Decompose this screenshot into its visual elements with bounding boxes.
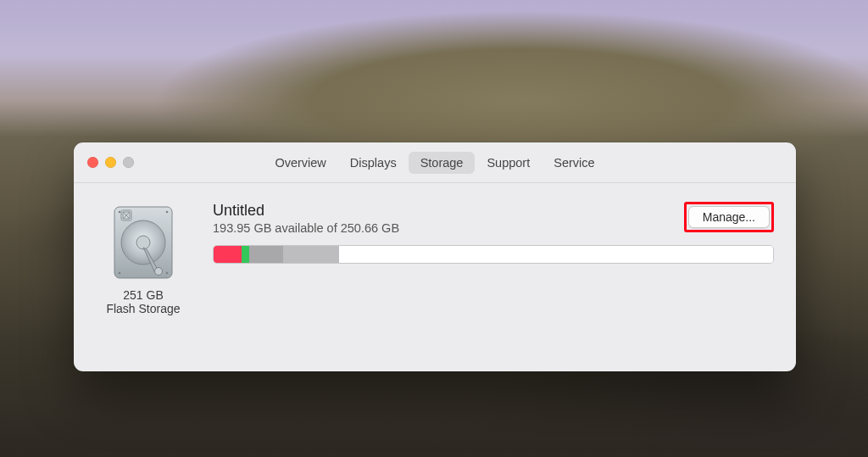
svg-point-8 (166, 272, 169, 275)
minimize-button[interactable] (105, 157, 116, 168)
tab-bar: Overview Displays Storage Support Servic… (74, 152, 796, 174)
window-titlebar: Overview Displays Storage Support Servic… (74, 142, 796, 183)
close-button[interactable] (87, 157, 98, 168)
volume-available-label: 193.95 GB available of 250.66 GB (213, 221, 399, 235)
tab-service[interactable]: Service (542, 152, 606, 174)
tab-displays[interactable]: Displays (338, 152, 409, 174)
storage-usage-bar[interactable] (213, 245, 774, 264)
volume-details: Untitled 193.95 GB available of 250.66 G… (213, 200, 774, 264)
usage-segment-2[interactable] (242, 246, 249, 263)
svg-point-4 (155, 268, 163, 276)
usage-segment-1[interactable] (214, 246, 242, 263)
manage-highlight: Manage... (684, 202, 774, 232)
usage-segment-4[interactable] (283, 246, 339, 263)
manage-button[interactable]: Manage... (688, 206, 770, 228)
svg-point-7 (119, 272, 121, 275)
disk-total-size: 251 GB (123, 288, 163, 302)
tab-storage[interactable]: Storage (409, 152, 476, 174)
about-this-mac-window: Overview Displays Storage Support Servic… (74, 142, 796, 371)
usage-free-space (339, 246, 773, 263)
svg-point-5 (119, 211, 121, 214)
tab-support[interactable]: Support (475, 152, 542, 174)
disk-summary: 251 GB Flash Storage (94, 200, 192, 315)
volume-name: Untitled (213, 202, 399, 220)
window-controls (87, 157, 134, 168)
tab-overview[interactable]: Overview (263, 152, 337, 174)
hard-drive-icon[interactable] (109, 205, 177, 280)
disk-type-label: Flash Storage (106, 302, 180, 315)
zoom-button[interactable] (123, 157, 134, 168)
svg-point-6 (166, 211, 169, 214)
storage-panel: 251 GB Flash Storage Untitled 193.95 GB … (74, 183, 796, 332)
usage-segment-3[interactable] (249, 246, 283, 263)
